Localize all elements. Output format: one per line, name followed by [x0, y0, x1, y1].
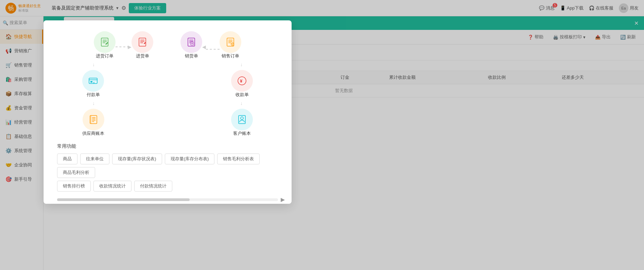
btn-product[interactable]: 商品: [57, 154, 77, 164]
down-arrows-row-2: ↓ ↓: [57, 99, 278, 107]
flow-supplier-ledger[interactable]: 供应商账本: [82, 109, 104, 137]
flow-purchase-receipt[interactable]: 进货单: [132, 31, 153, 59]
svg-rect-4: [139, 38, 146, 46]
common-functions-section: 常用功能 商品 往来单位 现存量(库存状况表) 现存量(库存分布表) 销售毛利分…: [57, 143, 278, 192]
purchase-receipt-label: 进货单: [136, 53, 149, 59]
payment-label: 付款单: [87, 92, 100, 98]
flow-second-row: ¥ 付款单 ¥ 收款单: [57, 70, 278, 98]
flow-top-row: 进货订单 ▶ 进货单: [57, 31, 278, 59]
common-functions-title: 常用功能: [57, 143, 278, 149]
customer-ledger-icon: [231, 109, 253, 130]
modal-scrollbar-thumb: [57, 198, 190, 201]
flow-purchase-order[interactable]: 进货订单: [94, 31, 116, 59]
customer-ledger-label: 客户账本: [233, 130, 251, 137]
svg-rect-24: [90, 81, 92, 83]
btn-sales-ranking[interactable]: 销售排行榜: [57, 181, 91, 192]
supplier-ledger-label: 供应商账本: [82, 130, 104, 137]
btn-payment-stats[interactable]: 付款情况统计: [134, 181, 172, 192]
purchase-order-icon: [94, 31, 116, 53]
down-arrow-purchase: ↓: [92, 62, 95, 67]
btn-partner[interactable]: 往来单位: [80, 154, 109, 164]
down-arrow-supplier: ↓: [92, 101, 95, 106]
flow-sales-order[interactable]: 销售订单: [220, 31, 241, 59]
flow-third-row: 供应商账本 客户账本: [57, 109, 278, 137]
flow-payment[interactable]: ¥ 付款单: [82, 70, 104, 98]
sales-order-label: 销售订单: [222, 53, 239, 59]
svg-text:¥: ¥: [93, 81, 95, 84]
svg-text:¥: ¥: [240, 78, 243, 84]
purchase-receipt-icon: [132, 31, 153, 53]
collection-icon: ¥: [231, 70, 253, 92]
svg-point-35: [241, 117, 243, 120]
btn-sales-profit-analysis[interactable]: 销售毛利分析表: [217, 154, 260, 164]
collection-label: 收款单: [236, 92, 249, 98]
down-arrow-customer: ↓: [240, 101, 243, 106]
sales-receipt-icon: [180, 31, 202, 53]
modal-box: 进货订单 ▶ 进货单: [43, 20, 292, 204]
sales-receipt-label: 销货单: [185, 53, 198, 59]
btn-receipt-stats[interactable]: 收款情况统计: [93, 181, 132, 192]
modal-overlay[interactable]: 进货订单 ▶ 进货单: [0, 0, 644, 270]
down-arrow-sales: ↓: [240, 62, 243, 67]
sales-order-icon: [220, 31, 241, 53]
btn-stock-status[interactable]: 现存量(库存状况表): [112, 154, 162, 164]
payment-icon: ¥: [82, 70, 104, 92]
svg-rect-29: [90, 115, 91, 124]
common-buttons-row2: 销售排行榜 收款情况统计 付款情况统计: [57, 181, 278, 192]
common-buttons-row1: 商品 往来单位 现存量(库存状况表) 现存量(库存分布表) 销售毛利分析表 商品…: [57, 154, 278, 178]
flow-customer-ledger[interactable]: 客户账本: [231, 109, 253, 137]
arrow-right-1: ▶: [116, 44, 132, 59]
modal-scrollbar[interactable]: ▶: [57, 198, 278, 201]
scroll-right-btn[interactable]: ▶: [281, 196, 285, 203]
btn-stock-distribution[interactable]: 现存量(库存分布表): [165, 154, 215, 164]
btn-product-profit-analysis[interactable]: 商品毛利分析: [57, 167, 95, 178]
flow-sales-receipt[interactable]: 销货单: [180, 31, 202, 59]
down-arrows-row: ↓ ↓: [57, 60, 278, 69]
flow-collection[interactable]: ¥ 收款单: [231, 70, 253, 98]
svg-rect-0: [101, 38, 108, 46]
supplier-ledger-icon: [83, 109, 104, 130]
purchase-order-label: 进货订单: [96, 53, 114, 59]
arrow-left-1: ◀: [202, 44, 220, 59]
